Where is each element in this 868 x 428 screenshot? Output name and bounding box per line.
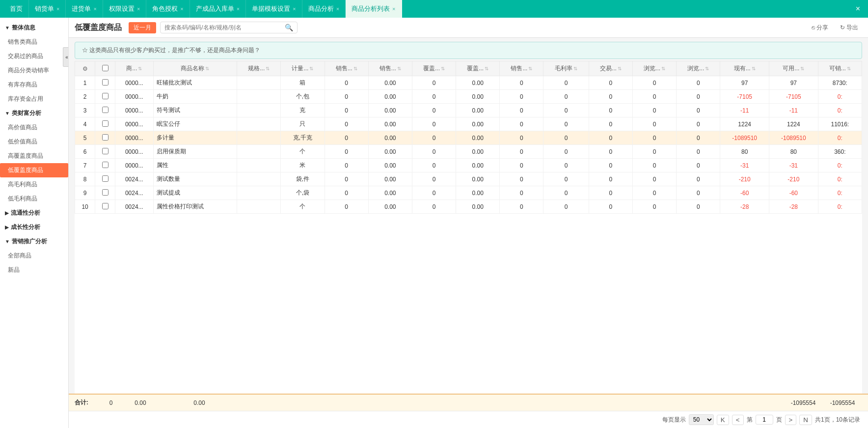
column-header-stock2[interactable]: 可用...⇅ [769,61,818,76]
sidebar-item[interactable]: 新品 [0,263,68,277]
nav-item[interactable]: 商品分析列表 × [346,0,402,18]
sidebar-section-overall[interactable]: ▼ 整体信息 [0,21,68,35]
column-header-browse1[interactable]: 浏览...⇅ [632,61,676,76]
nav-item[interactable]: 角色授权 × [146,0,190,18]
search-input[interactable] [164,24,285,31]
browse-link[interactable]: 0 [653,190,656,197]
sidebar-section-marketing[interactable]: ▼ 营销推广分析 [0,234,68,249]
sidebar-section-growth[interactable]: ▶ 成长性分析 [0,220,68,234]
nav-item[interactable]: 产成品入库单 × [190,0,246,18]
close-icon[interactable]: × [93,6,96,12]
column-header-spec[interactable]: 规格...⇅ [237,61,281,76]
row-checkbox[interactable] [102,148,108,154]
column-header-cover1[interactable]: 覆盖...⇅ [412,61,456,76]
sort-icon[interactable]: ⇅ [441,66,445,71]
data-table-container[interactable]: ⚙商...⇅商品名称⇅规格...⇅计量...⇅销售...⇅销售...⇅覆盖...… [75,61,862,394]
sidebar-item[interactable]: 全部商品 [0,249,68,263]
row-checkbox[interactable] [102,79,108,86]
row-checkbox[interactable] [102,93,108,99]
sort-icon[interactable]: ⇅ [353,66,357,71]
first-page-button[interactable]: K [717,415,729,425]
sort-icon[interactable]: ⇅ [705,66,709,71]
row-checkbox[interactable] [102,120,108,127]
sort-icon[interactable]: ⇅ [661,66,665,71]
last-page-button[interactable]: N [799,415,812,425]
close-icon[interactable]: × [293,6,296,12]
column-header-checkbox[interactable] [95,61,115,76]
sidebar-collapse-button[interactable]: « [63,47,69,67]
close-icon[interactable]: × [237,6,240,12]
close-icon[interactable]: × [180,6,183,12]
row-checkbox[interactable] [102,107,108,113]
sidebar-item[interactable]: 商品分类动销率 [0,63,68,78]
sidebar-section-inventory[interactable]: ▼ 类财富分析 [0,106,68,120]
page-size-select[interactable]: 2050100200 [689,414,714,425]
column-header-code[interactable]: 商...⇅ [115,61,153,76]
row-checkbox[interactable] [102,134,108,141]
close-icon[interactable]: × [56,6,59,12]
sort-icon[interactable]: ⇅ [618,66,622,71]
close-icon[interactable]: × [392,6,395,12]
sort-icon[interactable]: ⇅ [266,66,270,71]
settings-icon[interactable]: ⚙ [82,65,88,72]
sidebar-item-active[interactable]: 低覆盖度商品 [0,163,68,177]
sort-icon[interactable]: ⇅ [138,66,142,71]
sidebar-item[interactable]: 有库存商品 [0,78,68,92]
sort-icon[interactable]: ⇅ [309,66,313,71]
column-header-name[interactable]: 商品名称⇅ [153,61,237,76]
row-checkbox[interactable] [102,203,108,209]
sort-icon[interactable]: ⇅ [528,66,532,71]
browse-link[interactable]: 0 [653,121,656,128]
select-all-checkbox[interactable] [102,65,108,71]
sort-icon[interactable]: ⇅ [800,66,804,71]
next-page-button[interactable]: > [785,415,797,425]
column-header-sales_qty[interactable]: 销售...⇅ [325,61,368,76]
nav-item[interactable]: 商品分析 × [302,0,346,18]
browse-link[interactable]: 0 [653,93,656,100]
nav-item[interactable]: 单据模板设置 × [246,0,302,18]
sort-icon[interactable]: ⇅ [573,66,577,71]
column-header-sales2[interactable]: 销售...⇅ [500,61,543,76]
sort-icon[interactable]: ⇅ [847,66,851,71]
column-header-trade[interactable]: 交易...⇅ [589,61,632,76]
browse-link[interactable]: 0 [653,203,656,210]
sort-icon[interactable]: ⇅ [205,66,209,71]
browse-link[interactable]: 0 [653,135,656,142]
sidebar-item[interactable]: 高价值商品 [0,120,68,135]
column-header-settings[interactable]: ⚙ [75,61,95,76]
browse-link[interactable]: 0 [653,107,656,114]
close-icon[interactable]: × [137,6,140,12]
share-button[interactable]: ⎋ 分享 [808,22,832,33]
column-header-cover2[interactable]: 覆盖...⇅ [456,61,500,76]
browse-link[interactable]: 0 [653,176,656,183]
column-header-sales_amt[interactable]: 销售...⇅ [368,61,412,76]
sidebar-item[interactable]: 高覆盖度商品 [0,149,68,163]
browse-link[interactable]: 0 [653,80,656,86]
row-checkbox[interactable] [102,189,108,196]
sidebar-item[interactable]: 低价值商品 [0,135,68,149]
page-number-input[interactable] [756,415,773,425]
nav-item[interactable]: 进货单 × [66,0,103,18]
export-button[interactable]: ↻ 导出 [836,22,862,33]
sidebar-item[interactable]: 销售类商品 [0,35,68,49]
column-header-unit[interactable]: 计量...⇅ [281,61,325,76]
sidebar-section-flow[interactable]: ▶ 流通性分析 [0,206,68,220]
sidebar-item[interactable]: 库存资金占用 [0,92,68,106]
browse-link[interactable]: 0 [653,162,656,169]
nav-item[interactable]: 销货单 × [29,0,66,18]
close-icon[interactable]: × [336,6,339,12]
row-checkbox[interactable] [102,162,108,168]
sort-icon[interactable]: ⇅ [485,66,488,71]
date-filter-button[interactable]: 近一月 [129,22,156,33]
row-checkbox[interactable] [102,175,108,182]
column-header-stock1[interactable]: 现有...⇅ [720,61,769,76]
window-close-button[interactable]: × [852,4,864,13]
prev-page-button[interactable]: < [732,415,744,425]
column-header-gross[interactable]: 毛利率⇅ [543,61,589,76]
sort-icon[interactable]: ⇅ [752,66,756,71]
sort-icon[interactable]: ⇅ [397,66,401,71]
column-header-browse2[interactable]: 浏览...⇅ [677,61,720,76]
nav-item[interactable]: 首页 [4,0,29,18]
sidebar-item[interactable]: 低毛利商品 [0,192,68,206]
column-header-saleable[interactable]: 可销...⇅ [818,61,862,76]
